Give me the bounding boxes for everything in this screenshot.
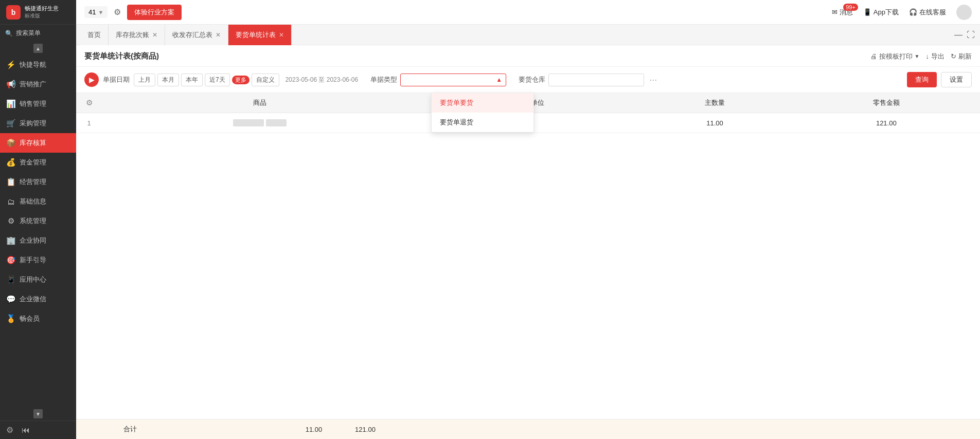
tab-inventory-batch[interactable]: 库存批次账 ✕ bbox=[109, 25, 165, 45]
date-label: 单据日期 bbox=[103, 75, 130, 84]
search-menu-item[interactable]: 🔍 搜索菜单 bbox=[0, 25, 76, 42]
tab-inventory-batch-label: 库存批次账 bbox=[116, 30, 149, 40]
user-avatar[interactable] bbox=[956, 5, 972, 20]
tab-close-order-summary[interactable]: ✕ bbox=[279, 31, 284, 39]
message-btn[interactable]: ✉ 消息 99+ bbox=[832, 8, 853, 17]
page-content: 要货单统计表(按商品) 🖨 按模板打印 ▼ ↓ 导出 ↻ 刷新 bbox=[76, 45, 980, 439]
product-bar-2 bbox=[266, 119, 287, 126]
row-product bbox=[102, 113, 418, 133]
row-seq: 1 bbox=[76, 113, 102, 133]
sidebar-item-label: 资金管理 bbox=[20, 158, 46, 167]
more-date-badge[interactable]: 更多 bbox=[232, 76, 250, 84]
collapse-sidebar-icon[interactable]: ⏮ bbox=[22, 426, 30, 435]
footer-amount: 121.00 bbox=[340, 426, 391, 433]
sidebar-item-inventory[interactable]: 📦 库存核算 bbox=[0, 133, 76, 153]
date-btn-last-month[interactable]: 上月 bbox=[134, 74, 155, 86]
refresh-btn[interactable]: ↻ 刷新 bbox=[951, 52, 972, 61]
export-label: 导出 bbox=[931, 52, 945, 61]
sidebar-item-label: 库存核算 bbox=[20, 138, 46, 148]
sidebar-item-purchase[interactable]: 🛒 采购管理 bbox=[0, 114, 76, 133]
export-btn[interactable]: ↓ 导出 bbox=[926, 52, 945, 61]
sidebar-nav: ⚡ 快捷导航 📢 营销推广 📊 销售管理 🛒 采购管理 📦 库存核算 💰 资金管… bbox=[0, 55, 76, 407]
action-btns: 查询 设置 bbox=[907, 72, 972, 87]
date-shortcuts: 上月 本月 本年 近7天 更多 自定义 bbox=[134, 74, 279, 86]
query-btn[interactable]: 查询 bbox=[907, 72, 937, 87]
app-download-btn[interactable]: 📱 App下载 bbox=[863, 8, 899, 17]
sidebar-item-finance[interactable]: 💰 资金管理 bbox=[0, 153, 76, 172]
print-dropdown-icon: ▼ bbox=[915, 53, 920, 59]
newbie-icon: 🎯 bbox=[6, 255, 15, 265]
sidebar-item-sales[interactable]: 📊 销售管理 bbox=[0, 94, 76, 114]
sidebar-item-label: 应用中心 bbox=[20, 275, 46, 284]
topbar-right: ✉ 消息 99+ 📱 App下载 🎧 在线客服 bbox=[832, 5, 972, 20]
sidebar-item-label: 企业微信 bbox=[20, 295, 46, 304]
type-filter-group: 单据类型 ▲ bbox=[370, 74, 506, 86]
sidebar-item-app-center[interactable]: 📱 应用中心 bbox=[0, 270, 76, 289]
date-btn-7days[interactable]: 近7天 bbox=[205, 74, 230, 86]
date-btn-this-month[interactable]: 本月 bbox=[157, 74, 179, 86]
sidebar-item-enterprise[interactable]: 🏢 企业协同 bbox=[0, 231, 76, 250]
store-selector[interactable]: 41 ▼ bbox=[84, 6, 108, 18]
search-menu-label: 搜索菜单 bbox=[16, 29, 41, 38]
sidebar-item-label: 企业协同 bbox=[20, 236, 46, 245]
vip-icon: 🏅 bbox=[6, 314, 15, 323]
service-btn[interactable]: 🎧 在线客服 bbox=[909, 8, 946, 17]
sidebar-item-label: 新手引导 bbox=[20, 255, 46, 265]
col-gear: ⚙ bbox=[76, 93, 102, 113]
type-select-input[interactable] bbox=[400, 74, 506, 86]
table-footer: 合计 11.00 121.00 bbox=[76, 419, 980, 439]
sidebar-item-label: 采购管理 bbox=[20, 119, 46, 128]
print-btn[interactable]: 🖨 按模板打印 ▼ bbox=[870, 52, 920, 61]
warehouse-input[interactable] bbox=[548, 74, 644, 86]
quick-nav-icon: ⚡ bbox=[6, 60, 15, 69]
tab-controls: — ⛶ bbox=[953, 29, 980, 41]
sidebar-item-marketing[interactable]: 📢 营销推广 bbox=[0, 75, 76, 94]
col-settings-icon[interactable]: ⚙ bbox=[86, 98, 93, 107]
sidebar-item-basic-info[interactable]: 🗂 基础信息 bbox=[0, 192, 76, 211]
custom-date-btn[interactable]: 自定义 bbox=[252, 74, 279, 86]
tab-close-inventory-batch[interactable]: ✕ bbox=[152, 31, 157, 39]
app-name: 畅捷通好生意 bbox=[25, 5, 59, 12]
sidebar-item-operations[interactable]: 📋 经营管理 bbox=[0, 172, 76, 192]
tab-maximize-btn[interactable]: ⛶ bbox=[966, 29, 976, 41]
filter-bar: ▶ 单据日期 上月 本月 本年 近7天 更多 自定义 2023-05-06 至 … bbox=[76, 67, 980, 93]
topbar-gear-icon[interactable]: ⚙ bbox=[114, 7, 121, 17]
service-label: 在线客服 bbox=[919, 8, 946, 17]
date-btn-this-year[interactable]: 本年 bbox=[181, 74, 203, 86]
filter-toggle-btn[interactable]: ▶ bbox=[84, 72, 99, 87]
message-icon: ✉ bbox=[832, 8, 838, 16]
industry-btn[interactable]: 体验行业方案 bbox=[127, 5, 182, 20]
purchase-icon: 🛒 bbox=[6, 119, 15, 128]
store-number: 41 bbox=[88, 8, 96, 16]
type-dropdown: 要货单要货 要货单退货 bbox=[431, 93, 534, 133]
store-dropdown-icon: ▼ bbox=[98, 9, 103, 15]
sidebar-item-label: 快捷导航 bbox=[20, 60, 46, 69]
more-filters-btn[interactable]: ··· bbox=[649, 75, 657, 85]
header-actions: 🖨 按模板打印 ▼ ↓ 导出 ↻ 刷新 bbox=[870, 52, 972, 61]
tab-home[interactable]: 首页 bbox=[80, 25, 109, 45]
sidebar-item-vip[interactable]: 🏅 畅会员 bbox=[0, 309, 76, 328]
tab-order-summary-label: 要货单统计表 bbox=[236, 30, 276, 40]
product-cell bbox=[108, 119, 412, 126]
settings-btn[interactable]: 设置 bbox=[941, 72, 972, 87]
sidebar-item-newbie[interactable]: 🎯 新手引导 bbox=[0, 250, 76, 270]
col-product: 商品 bbox=[102, 93, 418, 113]
sidebar-item-wechat[interactable]: 💬 企业微信 bbox=[0, 289, 76, 309]
tab-order-summary[interactable]: 要货单统计表 ✕ bbox=[228, 25, 292, 45]
dropdown-item-0[interactable]: 要货单要货 bbox=[432, 93, 533, 113]
sidebar-item-system[interactable]: ⚙ 系统管理 bbox=[0, 211, 76, 231]
scroll-down-btn[interactable]: ▼ bbox=[33, 409, 43, 418]
tab-minimize-btn[interactable]: — bbox=[953, 29, 964, 41]
sidebar-item-label: 经营管理 bbox=[20, 177, 46, 187]
settings-icon[interactable]: ⚙ bbox=[6, 425, 13, 435]
tab-receivable[interactable]: 收发存汇总表 ✕ bbox=[165, 25, 228, 45]
operations-icon: 📋 bbox=[6, 177, 15, 187]
export-icon: ↓ bbox=[926, 52, 930, 60]
main-area: 41 ▼ ⚙ 体验行业方案 ✉ 消息 99+ 📱 App下载 🎧 在线客服 首页 bbox=[76, 0, 980, 439]
footer-label: 合计 bbox=[82, 425, 185, 434]
footer-qty: 11.00 bbox=[288, 426, 340, 433]
dropdown-item-1[interactable]: 要货单退货 bbox=[432, 113, 533, 132]
sidebar-item-quick-nav[interactable]: ⚡ 快捷导航 bbox=[0, 55, 76, 75]
tab-close-receivable[interactable]: ✕ bbox=[216, 31, 221, 39]
scroll-up-btn[interactable]: ▲ bbox=[33, 44, 43, 53]
